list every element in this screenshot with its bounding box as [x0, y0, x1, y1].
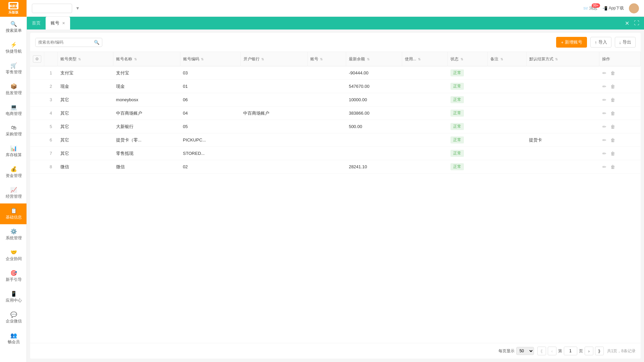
- message-button[interactable]: 📨 消息 99+: [583, 5, 597, 11]
- sidebar-item-ops-mgmt[interactable]: 📈 经营管理: [0, 183, 26, 203]
- cell-name: 大新银行: [113, 120, 180, 133]
- svg-text:畅捷通: 畅捷通: [10, 4, 17, 8]
- th-account[interactable]: 账号 ⇅: [308, 52, 346, 66]
- th-action: 操作: [599, 52, 640, 66]
- user-avatar[interactable]: [629, 3, 639, 13]
- page-next-button[interactable]: ›: [585, 347, 593, 355]
- delete-button[interactable]: 🗑: [610, 123, 616, 130]
- cell-usage: [402, 107, 448, 120]
- search-input[interactable]: [36, 38, 91, 46]
- header-dropdown-icon[interactable]: ▼: [75, 6, 80, 11]
- page-last-button[interactable]: ⟫: [595, 347, 604, 355]
- cell-bank: [240, 80, 308, 93]
- cell-index: 4: [44, 107, 58, 120]
- th-default-settle[interactable]: 默认结算方式 ⇅: [526, 52, 599, 66]
- header-left: ▼: [32, 4, 80, 13]
- th-remark[interactable]: 备注 ⇅: [488, 52, 526, 66]
- page-input[interactable]: [564, 347, 577, 355]
- import-button[interactable]: ↑ 导入: [590, 37, 611, 48]
- cell-bank: [240, 147, 308, 160]
- sidebar-item-sys-mgmt[interactable]: ⚙️ 系统管理: [0, 224, 26, 245]
- sidebar-item-label: 畅会员: [3, 339, 25, 345]
- th-balance[interactable]: 最新余额 ⇅: [346, 52, 402, 66]
- sidebar-item-purchase-mgmt[interactable]: 🛍 采购管理: [0, 121, 26, 141]
- cell-bank: [240, 133, 308, 147]
- delete-button[interactable]: 🗑: [610, 70, 616, 76]
- delete-button[interactable]: 🗑: [610, 97, 616, 103]
- th-bank[interactable]: 开户银行 ⇅: [240, 52, 308, 66]
- cell-status: 正常: [448, 133, 488, 147]
- tab-account-close[interactable]: ✕: [62, 21, 65, 25]
- sidebar-item-corp-wechat[interactable]: 💬 企业微信: [0, 307, 26, 328]
- sidebar-item-search-menu[interactable]: 🔍 搜索菜单: [0, 17, 26, 38]
- corp-icon: 🤝: [3, 249, 25, 255]
- cell-account: [308, 107, 346, 120]
- delete-button[interactable]: 🗑: [610, 164, 616, 170]
- th-usage[interactable]: 使用... ⇅: [402, 52, 448, 66]
- cell-remark: [488, 133, 526, 147]
- cell-default-settle: 提货卡: [526, 133, 599, 147]
- th-code[interactable]: 账号编码 ⇅: [180, 52, 240, 66]
- cell-balance: 28241.10: [346, 160, 402, 174]
- edit-button[interactable]: ✏: [602, 110, 607, 117]
- tab-close-all-button[interactable]: ✕: [623, 19, 631, 27]
- page-prev-button[interactable]: ‹: [548, 347, 556, 355]
- per-page-select[interactable]: 50 20 100: [516, 347, 534, 355]
- cell-default-settle: [526, 160, 599, 174]
- sidebar-item-members[interactable]: 👥 畅会员: [0, 328, 26, 349]
- th-bank-label: 开户银行: [244, 57, 260, 61]
- sort-balance-icon: ⇅: [367, 57, 370, 61]
- cell-bank: [240, 93, 308, 107]
- tab-account[interactable]: 账号 ✕: [46, 17, 70, 29]
- edit-button[interactable]: ✏: [602, 70, 607, 76]
- sidebar-item-inventory[interactable]: 📊 库存核算: [0, 141, 26, 162]
- edit-button[interactable]: ✏: [602, 97, 607, 103]
- sidebar-item-basic-info[interactable]: 📋 基础信息: [0, 203, 26, 224]
- sidebar-item-capital-mgmt[interactable]: 💰 资金管理: [0, 162, 26, 183]
- app-download-button[interactable]: 📲 App下载: [602, 5, 624, 11]
- sidebar-item-retail-mgmt[interactable]: 🛒 零售管理: [0, 58, 26, 79]
- status-badge: 正常: [450, 136, 464, 143]
- sidebar-item-label: 库存核算: [3, 152, 25, 158]
- th-name[interactable]: 账号名称 ⇅: [113, 52, 180, 66]
- cell-code: 02: [180, 160, 240, 174]
- delete-button[interactable]: 🗑: [610, 150, 616, 157]
- delete-button[interactable]: 🗑: [610, 83, 616, 90]
- app-center-icon: 📱: [3, 291, 25, 297]
- edit-button[interactable]: ✏: [602, 83, 607, 90]
- cell-type: 其它: [58, 107, 113, 120]
- th-status[interactable]: 状态 ⇅: [448, 52, 488, 66]
- main-area: ▼ 📨 消息 99+ 📲 App下载 首页 账号 ✕ ✕ ⛶: [27, 0, 644, 362]
- sidebar-item-corp-agreement[interactable]: 🤝 企业协同: [0, 245, 26, 266]
- edit-button[interactable]: ✏: [602, 150, 607, 157]
- export-button[interactable]: ↓ 导出: [615, 37, 636, 48]
- tab-fullscreen-button[interactable]: ⛶: [633, 19, 641, 27]
- tab-bar: 首页 账号 ✕ ✕ ⛶: [27, 17, 644, 29]
- delete-button[interactable]: 🗑: [610, 137, 616, 143]
- edit-button[interactable]: ✏: [602, 137, 607, 143]
- sidebar-item-wholesale-mgmt[interactable]: 📦 批发管理: [0, 79, 26, 100]
- tab-home[interactable]: 首页: [27, 17, 46, 29]
- sidebar-item-ecom-mgmt[interactable]: 💻 电商管理: [0, 100, 26, 121]
- sidebar-item-app-center[interactable]: 📱 应用中心: [0, 287, 26, 307]
- cell-usage: [402, 93, 448, 107]
- cell-account: [308, 80, 346, 93]
- cell-gear: [30, 66, 44, 80]
- app-logo: 畅捷通 乐版版: [0, 0, 26, 17]
- column-settings-button[interactable]: ⚙: [33, 55, 41, 63]
- search-button[interactable]: 🔍: [91, 38, 102, 47]
- th-type[interactable]: 账号类型 ⇅: [58, 52, 113, 66]
- delete-button[interactable]: 🗑: [610, 110, 616, 117]
- cell-account: [308, 66, 346, 80]
- cell-gear: [30, 133, 44, 147]
- tab-bar-actions: ✕ ⛶: [623, 19, 644, 27]
- sidebar-item-quick-nav[interactable]: ⚡ 快捷导航: [0, 38, 26, 58]
- header-search-input[interactable]: [32, 4, 72, 13]
- page-first-button[interactable]: ⟪: [537, 347, 546, 355]
- cell-code: 03: [180, 66, 240, 80]
- edit-button[interactable]: ✏: [602, 164, 607, 170]
- edit-button[interactable]: ✏: [602, 123, 607, 130]
- cell-name: 提货卡（零...: [113, 133, 180, 147]
- sidebar-item-newbie[interactable]: 🎯 新手引导: [0, 266, 26, 287]
- add-account-button[interactable]: + 新增账号: [556, 37, 587, 48]
